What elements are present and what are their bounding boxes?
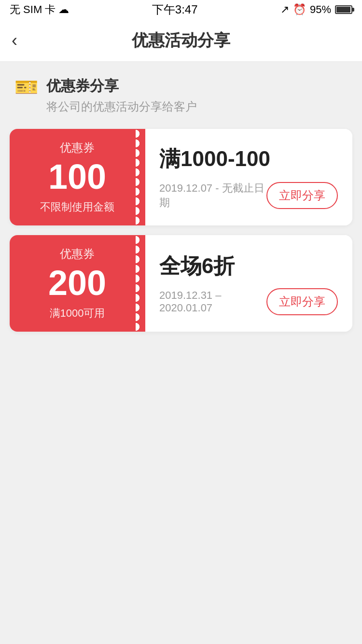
battery-icon bbox=[335, 5, 352, 14]
coupon-date-2: 2019.12.31 – 2020.01.07 bbox=[159, 289, 266, 314]
battery-percent: 95% bbox=[310, 3, 331, 16]
coupon-card-1: 优惠券 100 不限制使用金额 满1000-100 2019.12.07 - 无… bbox=[10, 129, 352, 225]
coupon-icon: 🎫 bbox=[14, 77, 39, 97]
coupon-condition-1: 不限制使用金额 bbox=[40, 200, 114, 214]
signal-text: 无 SIM 卡 ☁ bbox=[10, 2, 69, 17]
coupon-condition-2: 满1000可用 bbox=[50, 306, 105, 321]
coupon-card-2: 优惠券 200 满1000可用 全场6折 2019.12.31 – 2020.0… bbox=[10, 235, 352, 332]
bottom-space bbox=[0, 332, 362, 573]
page-title: 优惠活动分享 bbox=[132, 29, 230, 52]
section-header: 🎫 优惠券分享 将公司的优惠活动分享给客户 bbox=[0, 62, 362, 124]
coupon-amount-2: 200 bbox=[48, 266, 106, 300]
back-button[interactable]: ‹ bbox=[12, 30, 17, 51]
share-button-1[interactable]: 立即分享 bbox=[266, 182, 338, 209]
share-button-2[interactable]: 立即分享 bbox=[266, 288, 338, 315]
section-subtitle: 将公司的优惠活动分享给客户 bbox=[46, 99, 197, 114]
coupon-label-2: 优惠券 bbox=[60, 246, 95, 262]
status-bar: 无 SIM 卡 ☁ 下午3:47 ↗ ⏰ 95% bbox=[0, 0, 362, 19]
coupon-left-2: 优惠券 200 满1000可用 bbox=[10, 235, 145, 332]
status-left: 无 SIM 卡 ☁ bbox=[10, 2, 69, 17]
coupon-right-1: 满1000-100 2019.12.07 - 无截止日期 立即分享 bbox=[145, 129, 352, 225]
status-right: ↗ ⏰ 95% bbox=[280, 3, 352, 16]
coupon-left-1: 优惠券 100 不限制使用金额 bbox=[10, 129, 145, 225]
coupon-right-2: 全场6折 2019.12.31 – 2020.01.07 立即分享 bbox=[145, 235, 352, 332]
coupon-name-1: 满1000-100 bbox=[159, 145, 338, 173]
battery-fill bbox=[336, 7, 350, 13]
coupon-amount-1: 100 bbox=[48, 159, 106, 194]
coupon-list: 优惠券 100 不限制使用金额 满1000-100 2019.12.07 - 无… bbox=[0, 129, 362, 332]
section-text: 优惠券分享 将公司的优惠活动分享给客户 bbox=[46, 76, 197, 114]
section-title: 优惠券分享 bbox=[46, 76, 197, 96]
coupon-info-row-2: 2019.12.31 – 2020.01.07 立即分享 bbox=[159, 288, 338, 315]
coupon-date-1: 2019.12.07 - 无截止日期 bbox=[159, 181, 266, 210]
status-time: 下午3:47 bbox=[152, 2, 198, 17]
alarm-icon: ⏰ bbox=[293, 3, 306, 16]
location-icon: ↗ bbox=[280, 3, 289, 16]
nav-bar: ‹ 优惠活动分享 bbox=[0, 19, 362, 62]
coupon-label-1: 优惠券 bbox=[60, 140, 95, 155]
coupon-name-2: 全场6折 bbox=[159, 252, 338, 280]
coupon-info-row-1: 2019.12.07 - 无截止日期 立即分享 bbox=[159, 181, 338, 210]
